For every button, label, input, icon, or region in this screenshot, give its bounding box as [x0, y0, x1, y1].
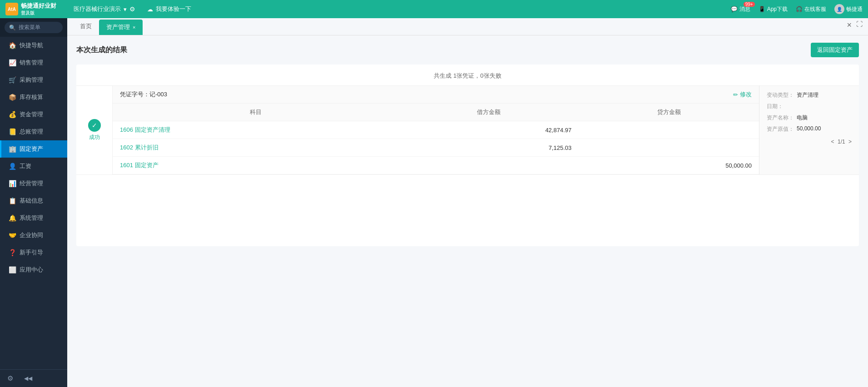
- app-center-icon: ⬜: [9, 266, 16, 273]
- fixed-assets-icon: 🏢: [9, 145, 16, 153]
- sidebar-item-inventory[interactable]: 📦 库存核算: [0, 89, 67, 106]
- sidebar-item-label: 快捷导航: [20, 41, 43, 50]
- credit-cell: [579, 139, 759, 157]
- asset-value-row: 资产原值： 50,000.00: [767, 125, 852, 133]
- pagination: < 1/1 >: [767, 139, 852, 145]
- asset-name-value: 电脑: [797, 114, 808, 122]
- sidebar-item-label: 企业协同: [20, 231, 43, 239]
- sidebar-item-operations[interactable]: 📊 经营管理: [0, 175, 67, 192]
- edit-button[interactable]: ✏ 修改: [733, 90, 752, 99]
- settings-bottom-icon[interactable]: ⚙: [7, 374, 13, 382]
- sidebar-item-finance[interactable]: 💰 资金管理: [0, 106, 67, 123]
- avatar: 👤: [834, 4, 844, 14]
- sidebar-item-system[interactable]: 🔔 系统管理: [0, 209, 67, 227]
- sales-icon: 📈: [9, 59, 16, 66]
- enterprise-icon: 🤝: [9, 232, 16, 239]
- credit-cell: [579, 121, 759, 139]
- payroll-icon: 👤: [9, 163, 16, 170]
- search-label: 搜索菜单: [19, 24, 40, 31]
- basic-info-icon: 📋: [9, 197, 16, 204]
- tab-close-icon[interactable]: ×: [133, 25, 135, 30]
- experience-btn[interactable]: ☁ 我要体验一下: [147, 5, 191, 13]
- download-icon: 📱: [759, 6, 765, 12]
- sidebar-item-label: 系统管理: [20, 214, 43, 222]
- sidebar-item-label: 固定资产: [20, 145, 43, 153]
- voucher-section: ✓ 成功 凭证字号：记-003 ✏ 修改: [76, 86, 859, 175]
- sidebar-item-quick-nav[interactable]: 🏠 快捷导航: [0, 37, 67, 54]
- voucher-main: 凭证字号：记-003 ✏ 修改 科目 借方金额 贷方: [113, 86, 759, 174]
- app-edition: 普及版: [21, 10, 56, 16]
- sidebar-item-label: 经营管理: [20, 179, 43, 188]
- sidebar-item-label: 工资: [20, 162, 31, 170]
- prev-page-btn[interactable]: <: [831, 139, 834, 145]
- page-header: 本次生成的结果 返回固定资产: [76, 43, 859, 57]
- sidebar-item-label: 总账管理: [20, 128, 43, 136]
- message-btn[interactable]: 💬 消息 99+: [731, 5, 750, 13]
- app-download-label: App下载: [767, 5, 788, 13]
- operations-icon: 📊: [9, 180, 16, 187]
- page-title: 本次生成的结果: [76, 45, 127, 55]
- cloud-icon: ☁: [147, 6, 153, 13]
- expand-icon[interactable]: ⛶: [856, 21, 863, 29]
- asset-value-label: 资产原值：: [767, 125, 794, 133]
- sidebar-item-enterprise[interactable]: 🤝 企业协同: [0, 227, 67, 244]
- asset-value-value: 50,000.00: [797, 125, 821, 132]
- sidebar-item-label: 新手引导: [20, 248, 43, 257]
- modal-controls: × ⛶: [847, 21, 863, 29]
- sidebar-search[interactable]: 🔍 搜索菜单: [0, 18, 67, 37]
- result-summary: 共生成 1张凭证，0张失败: [76, 64, 859, 86]
- sidebar-item-app-center[interactable]: ⬜ 应用中心: [0, 261, 67, 278]
- customer-service-btn[interactable]: 🎧 在线客服: [796, 5, 826, 13]
- debit-cell: 7,125.03: [398, 139, 579, 157]
- voucher-number: 凭证字号：记-003: [120, 90, 167, 99]
- company-selector[interactable]: 医疗器械行业演示 ▾ ⚙: [69, 5, 140, 13]
- return-button[interactable]: 返回固定资产: [811, 43, 859, 57]
- next-page-btn[interactable]: >: [848, 139, 852, 145]
- app-download-btn[interactable]: 📱 App下载: [759, 5, 788, 13]
- tab-asset-management[interactable]: 资产管理 ×: [99, 20, 143, 35]
- sidebar: 🔍 搜索菜单 🏠 快捷导航 📈 销售管理 🛒 采购管理 📦 库存核算 💰 资金管…: [0, 18, 67, 387]
- col-subject: 科目: [113, 104, 398, 121]
- page-content: 本次生成的结果 返回固定资产 共生成 1张凭证，0张失败 ✓ 成功: [67, 35, 868, 387]
- logo-icon: AtA: [5, 3, 18, 15]
- sidebar-item-label: 应用中心: [20, 266, 43, 274]
- check-circle-icon: ✓: [88, 119, 101, 132]
- tab-asset-label: 资产管理: [106, 23, 130, 31]
- user-menu[interactable]: 👤 畅捷通: [834, 4, 863, 14]
- sidebar-item-label: 基础信息: [20, 197, 43, 205]
- sidebar-item-payroll[interactable]: 👤 工资: [0, 158, 67, 175]
- sidebar-item-purchase[interactable]: 🛒 采购管理: [0, 71, 67, 89]
- subject-cell: 1606 固定资产清理: [113, 121, 398, 139]
- sidebar-item-fixed-assets[interactable]: 🏢 固定资产: [0, 140, 67, 158]
- username: 畅捷通: [846, 5, 863, 13]
- settings-icon[interactable]: ⚙: [129, 5, 135, 13]
- sidebar-item-label: 销售管理: [20, 59, 43, 67]
- tab-home-label: 首页: [80, 23, 92, 30]
- experience-label: 我要体验一下: [156, 5, 191, 13]
- change-type-label: 变动类型：: [767, 91, 794, 99]
- sidebar-bottom: ⚙ ◀◀: [0, 369, 67, 387]
- inventory-icon: 📦: [9, 94, 16, 101]
- finance-icon: 💰: [9, 111, 16, 118]
- subject-cell: 1601 固定资产: [113, 157, 398, 174]
- close-icon[interactable]: ×: [847, 21, 852, 29]
- status-text: 成功: [89, 134, 100, 141]
- tab-home[interactable]: 首页: [73, 19, 99, 35]
- sidebar-item-guide[interactable]: ❓ 新手引导: [0, 244, 67, 261]
- home-icon: 🏠: [9, 42, 16, 49]
- sidebar-item-label: 采购管理: [20, 76, 43, 84]
- collapse-icon[interactable]: ◀◀: [24, 375, 32, 382]
- sidebar-item-basic-info[interactable]: 📋 基础信息: [0, 192, 67, 209]
- ledger-icon: 📒: [9, 128, 16, 135]
- app-name: 畅捷通好业财: [21, 2, 56, 10]
- date-row: 日期：: [767, 103, 852, 110]
- asset-name-label: 资产名称：: [767, 114, 794, 122]
- result-panel: 共生成 1张凭证，0张失败 ✓ 成功 凭证字号：记-003: [76, 64, 859, 246]
- sidebar-item-sales[interactable]: 📈 销售管理: [0, 54, 67, 71]
- table-row: 1601 固定资产 50,000.00: [113, 157, 759, 174]
- sidebar-item-ledger[interactable]: 📒 总账管理: [0, 123, 67, 140]
- subject-cell: 1602 累计折旧: [113, 139, 398, 157]
- col-debit: 借方金额: [398, 104, 579, 121]
- chevron-down-icon: ▾: [124, 6, 127, 13]
- company-name: 医疗器械行业演示: [74, 5, 121, 13]
